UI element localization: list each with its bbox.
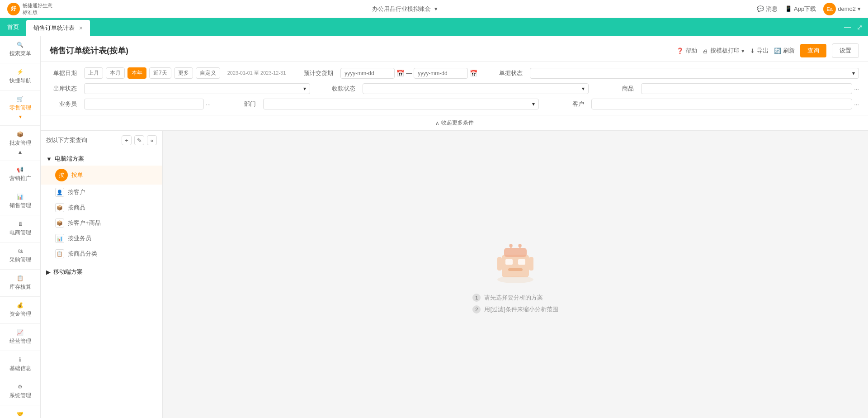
purchase-icon: 🛍 bbox=[18, 248, 23, 254]
settings-button[interactable]: 设置 bbox=[832, 43, 859, 58]
customer-ellipsis-btn[interactable]: ··· bbox=[854, 101, 859, 108]
svg-rect-7 bbox=[504, 248, 527, 257]
ecommerce-icon: 🖥 bbox=[18, 221, 23, 227]
message-btn[interactable]: 💬 消息 bbox=[757, 5, 778, 13]
hint-list: 1 请先选择要分析的方案 2 用[过滤]条件来缩小分析范围 bbox=[472, 294, 558, 317]
date-separator: — bbox=[406, 70, 412, 76]
out-status-dropdown-icon: ▾ bbox=[303, 86, 306, 92]
out-status-select[interactable]: ▾ bbox=[84, 83, 310, 94]
by-product-icon: 📦 bbox=[55, 203, 64, 212]
query-button[interactable]: 查询 bbox=[800, 44, 826, 57]
out-status-label: 出库状态 bbox=[50, 85, 77, 93]
expected-date-from[interactable] bbox=[340, 68, 395, 79]
date-this-month-btn[interactable]: 本月 bbox=[106, 67, 125, 79]
salesperson-label: 业务员 bbox=[50, 100, 77, 108]
product-filter-group: ··· bbox=[641, 83, 859, 94]
main-layout: 🔍 搜索菜单 ⚡ 快捷导航 🛒 零售管理 ▾ 📦 批发管理 ▲ 📢 营销推广 📊… bbox=[0, 36, 868, 418]
doc-status-select[interactable]: ▾ bbox=[530, 68, 859, 79]
sidebar-quick-nav[interactable]: ⚡ 快捷导航 bbox=[0, 63, 40, 90]
payment-status-select[interactable]: ▾ bbox=[363, 83, 589, 94]
product-ellipsis-btn[interactable]: ··· bbox=[854, 86, 859, 92]
scheme-collapse-btn[interactable]: « bbox=[147, 135, 157, 145]
date-last-month-btn[interactable]: 上月 bbox=[84, 67, 103, 79]
scheme-header: 按以下方案查询 + ✎ « bbox=[41, 131, 162, 150]
customer-label: 客户 bbox=[557, 100, 584, 108]
sidebar-item-inventory[interactable]: 📋 库存核算 bbox=[0, 270, 40, 297]
logo-icon: 好 bbox=[7, 3, 20, 15]
sidebar-item-system[interactable]: ⚙ 系统管理 bbox=[0, 378, 40, 405]
print-icon: 🖨 bbox=[703, 48, 708, 54]
help-btn[interactable]: ❓ 帮助 bbox=[676, 47, 697, 55]
user-menu[interactable]: Ea demo2 ▾ bbox=[823, 3, 861, 15]
scheme-item-by-customer[interactable]: 👤 按客户 bbox=[41, 185, 162, 200]
date-range-text: 2023-01-01 至 2023-12-31 bbox=[227, 70, 286, 76]
refresh-btn[interactable]: 🔄 刷新 bbox=[774, 47, 795, 55]
pc-group-header[interactable]: ▼ 电脑端方案 bbox=[41, 152, 162, 166]
svg-rect-4 bbox=[508, 268, 523, 271]
payment-status-label: 收款状态 bbox=[328, 85, 355, 93]
arrow-icon: ▾ bbox=[19, 114, 22, 120]
sidebar-item-purchase[interactable]: 🛍 采购管理 bbox=[0, 242, 40, 270]
svg-rect-5 bbox=[497, 257, 502, 271]
sidebar-item-sales[interactable]: 📊 销售管理 bbox=[0, 188, 40, 215]
svg-rect-3 bbox=[518, 259, 525, 265]
logo-area: 好 畅捷通好生意 标准版 bbox=[7, 2, 52, 15]
scheme-item-by-salesperson[interactable]: 📊 按业务员 bbox=[41, 231, 162, 246]
avatar: Ea bbox=[823, 3, 836, 15]
scheme-add-btn[interactable]: + bbox=[122, 135, 132, 145]
department-select[interactable]: ▾ bbox=[263, 99, 539, 109]
sidebar-item-basic-info[interactable]: ℹ 基础信息 bbox=[0, 351, 40, 378]
scheme-item-by-customer-product[interactable]: 📦 按客户+商品 bbox=[41, 215, 162, 231]
collapse-bar[interactable]: ∧ 收起更多条件 bbox=[41, 115, 868, 131]
maximize-icon[interactable]: ⤢ bbox=[855, 21, 864, 33]
mobile-group-header[interactable]: ▶ 移动端方案 bbox=[41, 265, 162, 279]
tab-home[interactable]: 首页 bbox=[0, 18, 26, 36]
sidebar-item-retail[interactable]: 🛒 零售管理 ▾ bbox=[0, 90, 40, 126]
customer-input[interactable] bbox=[591, 99, 852, 109]
date-this-year-btn[interactable]: 本年 bbox=[127, 67, 146, 79]
tab-sales-stats[interactable]: 销售订单统计表 × bbox=[26, 20, 90, 36]
sidebar-item-wholesale[interactable]: 📦 批发管理 ▲ bbox=[0, 126, 40, 161]
svg-rect-6 bbox=[529, 257, 533, 271]
tab-actions: — ⤢ bbox=[842, 18, 868, 36]
scheme-item-by-category[interactable]: 📋 按商品分类 bbox=[41, 246, 162, 261]
expected-date-to[interactable] bbox=[414, 68, 468, 79]
date-last7days-btn[interactable]: 近7天 bbox=[149, 67, 171, 79]
download-icon: 📱 bbox=[785, 5, 792, 12]
svg-rect-11 bbox=[519, 244, 521, 248]
salesperson-input[interactable] bbox=[84, 99, 204, 109]
print-btn[interactable]: 🖨 按模板打印 ▾ bbox=[703, 47, 745, 55]
sidebar-item-business[interactable]: 📈 经营管理 bbox=[0, 324, 40, 351]
page-header: 销售订单统计表(按单) ❓ 帮助 🖨 按模板打印 ▾ ⬇ 导出 🔄 刷新 bbox=[41, 36, 868, 62]
sidebar-item-enterprise[interactable]: 🤝 企业协同 bbox=[0, 405, 40, 418]
finance-icon: 💰 bbox=[17, 302, 24, 309]
wholesale-icon: 📦 bbox=[17, 131, 24, 138]
salesperson-ellipsis-btn[interactable]: ··· bbox=[206, 101, 211, 108]
sidebar-item-ecommerce[interactable]: 🖥 电商管理 bbox=[0, 215, 40, 242]
print-dropdown-icon: ▾ bbox=[741, 48, 745, 54]
scheme-item-by-product[interactable]: 📦 按商品 bbox=[41, 200, 162, 215]
sidebar-item-finance[interactable]: 💰 资金管理 bbox=[0, 297, 40, 324]
export-btn[interactable]: ⬇ 导出 bbox=[750, 47, 769, 55]
data-area: 1 请先选择要分析的方案 2 用[过滤]条件来缩小分析范围 bbox=[163, 131, 868, 418]
sidebar-search[interactable]: 🔍 搜索菜单 bbox=[0, 36, 40, 63]
app-download-btn[interactable]: 📱 App下载 bbox=[785, 5, 816, 13]
scheme-edit-btn[interactable]: ✎ bbox=[134, 135, 144, 145]
calendar-to-icon[interactable]: 📅 bbox=[470, 70, 477, 77]
by-salesperson-icon: 📊 bbox=[55, 234, 64, 243]
scheme-item-by-order[interactable]: 按 按单 bbox=[41, 166, 162, 185]
tab-close-icon[interactable]: × bbox=[79, 24, 83, 32]
minimize-icon[interactable]: — bbox=[842, 21, 853, 33]
collapse-text: ∧ 收起更多条件 bbox=[435, 119, 474, 127]
sidebar-item-marketing[interactable]: 📢 营销推广 bbox=[0, 161, 40, 188]
by-customer-icon: 👤 bbox=[55, 188, 64, 197]
date-more-btn[interactable]: 更多 bbox=[174, 67, 193, 79]
product-input[interactable] bbox=[641, 83, 852, 94]
filter-panel: 单据日期 上月 本月 本年 近7天 更多 自定义 2023-01-01 至 20… bbox=[41, 62, 868, 115]
customer-filter-group: ··· bbox=[591, 99, 859, 109]
workspace-selector[interactable]: 办公用品行业模拟账套 ▾ bbox=[372, 5, 438, 13]
filter-row-2: 出库状态 ▾ 收款状态 ▾ 商品 ··· bbox=[50, 83, 859, 94]
department-dropdown-icon: ▾ bbox=[532, 101, 535, 107]
date-custom-btn[interactable]: 自定义 bbox=[196, 67, 220, 79]
calendar-from-icon[interactable]: 📅 bbox=[396, 70, 404, 77]
